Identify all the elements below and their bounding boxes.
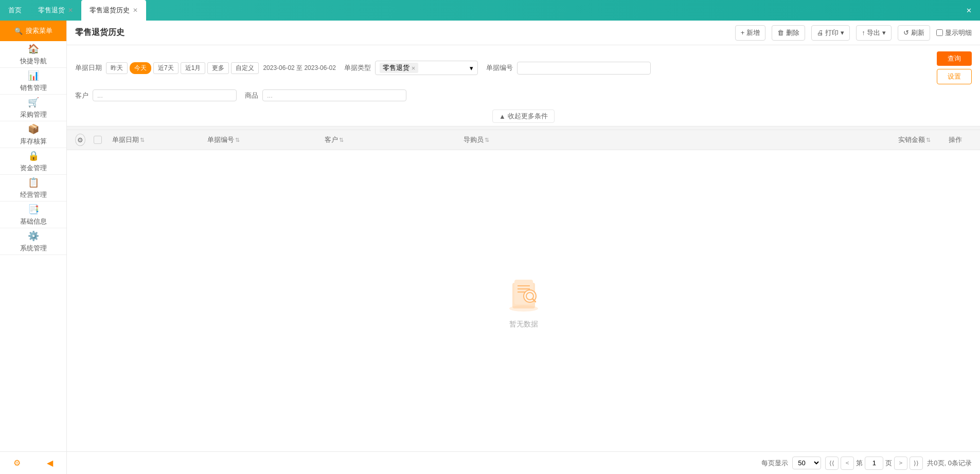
date-btn-yesterday[interactable]: 昨天	[106, 62, 128, 74]
filter-row-1: 单据日期 昨天 今天 近7天 近1月 更多 自定义 2023-06-02 至 2…	[75, 51, 972, 84]
sidebar: 🔍 搜索菜单 🏠 快捷导航 📊 销售管理 🛒 采购管理 📦 库存核算 🔒	[0, 21, 67, 474]
chevron-down-icon: ▾	[841, 29, 844, 37]
sidebar-item-quick-nav[interactable]: 🏠 快捷导航	[0, 41, 66, 68]
th-date[interactable]: 单据日期 ⇅	[108, 135, 203, 144]
sidebar-item-inventory[interactable]: 📦 库存核算	[0, 121, 66, 148]
th-no[interactable]: 单据编号 ⇅	[203, 135, 320, 144]
print-button[interactable]: 🖨 打印 ▾	[811, 25, 850, 41]
tab-retail-return-history[interactable]: 零售退货历史 ✕	[81, 0, 146, 21]
doc-type-label: 单据类型	[344, 63, 371, 72]
sidebar-item-system[interactable]: ⚙️ 系统管理	[0, 228, 66, 255]
date-buttons: 昨天 今天 近7天 近1月 更多 自定义	[106, 62, 259, 74]
new-button[interactable]: + 新增	[735, 25, 765, 41]
th-customer[interactable]: 客户 ⇅	[320, 135, 459, 144]
system-icon: ⚙️	[28, 230, 39, 242]
filter-field-customer: 客户 ...	[75, 89, 237, 101]
sidebar-item-label: 销售管理	[20, 83, 47, 93]
filter-field-goods: 商品 ...	[245, 89, 406, 101]
home-icon: 🏠	[28, 43, 39, 54]
sidebar-search[interactable]: 🔍 搜索菜单	[0, 21, 66, 41]
chevron-down-icon: ▾	[470, 64, 473, 72]
settings-button[interactable]: 设置	[937, 69, 972, 84]
date-btn-today[interactable]: 今天	[130, 62, 151, 74]
th-guide[interactable]: 导购员 ⇅	[459, 135, 555, 144]
sidebar-item-label: 资金管理	[20, 163, 47, 173]
select-all-checkbox[interactable]	[94, 136, 102, 144]
page-size-select[interactable]: 10 20 50 100	[792, 457, 821, 469]
sidebar-item-operations[interactable]: 📋 经营管理	[0, 175, 66, 202]
sidebar-item-finance[interactable]: 🔒 资金管理	[0, 148, 66, 175]
th-check	[90, 136, 108, 144]
collapse-row: ▲ 收起更多条件	[75, 106, 972, 126]
query-settings-buttons: 查询 设置	[937, 51, 972, 84]
tab-retail-return[interactable]: 零售退货 ✕	[30, 0, 81, 21]
sales-icon: 📊	[28, 70, 39, 81]
date-btn-7days[interactable]: 近7天	[153, 62, 179, 74]
refresh-button[interactable]: ↺ 刷新	[898, 25, 930, 41]
date-btn-custom[interactable]: 自定义	[231, 62, 259, 74]
th-amount[interactable]: 实销金额 ⇅	[854, 135, 935, 144]
purchase-icon: 🛒	[28, 97, 39, 108]
last-page-btn[interactable]: ⟩⟩	[910, 457, 923, 470]
filter-field-doc-type: 单据类型 零售退货 × ▾	[344, 61, 478, 75]
doc-no-input[interactable]	[517, 62, 651, 75]
sidebar-collapse-btn[interactable]: ◀	[47, 458, 53, 468]
export-button[interactable]: ↑ 导出 ▾	[856, 25, 892, 41]
first-page-btn[interactable]: ⟨⟨	[825, 457, 839, 470]
table-area: ⚙ 单据日期 ⇅ 单据编号 ⇅ 客户 ⇅ 导购员	[67, 130, 980, 451]
customer-select[interactable]: ...	[93, 89, 237, 101]
goods-label: 商品	[245, 91, 258, 100]
empty-text: 暂无数据	[509, 320, 538, 329]
page-header: 零售退货历史 + 新增 🗑 删除 🖨 打印 ▾ ↑ 导出 ▾ ↺ 刷新 显示明细	[67, 21, 980, 45]
main-layout: 🔍 搜索菜单 🏠 快捷导航 📊 销售管理 🛒 采购管理 📦 库存核算 🔒	[0, 21, 980, 474]
tab-home[interactable]: 首页	[0, 0, 30, 21]
empty-area: 暂无数据	[67, 150, 980, 451]
sidebar-nav: 🏠 快捷导航 📊 销售管理 🛒 采购管理 📦 库存核算 🔒 资金管理 📋	[0, 41, 66, 451]
tab-retail-return-history-close[interactable]: ✕	[133, 7, 138, 14]
per-page-label: 每页显示	[761, 459, 788, 468]
empty-illustration	[503, 272, 544, 314]
customer-label: 客户	[75, 91, 88, 100]
page-di-label: 第	[856, 459, 863, 468]
sort-amount-icon[interactable]: ⇅	[926, 137, 931, 143]
sidebar-item-label: 基础信息	[20, 217, 47, 226]
date-btn-more[interactable]: 更多	[207, 62, 229, 74]
sort-customer-icon[interactable]: ⇅	[339, 137, 344, 143]
sidebar-item-basic-info[interactable]: 📑 基础信息	[0, 202, 66, 228]
goods-ellipsis: ...	[267, 92, 273, 99]
query-button[interactable]: 查询	[937, 51, 972, 66]
page-input[interactable]: 1	[865, 457, 883, 470]
collapse-button[interactable]: ▲ 收起更多条件	[492, 110, 555, 123]
content-area: 零售退货历史 + 新增 🗑 删除 🖨 打印 ▾ ↑ 导出 ▾ ↺ 刷新 显示明细	[67, 21, 980, 474]
page-title: 零售退货历史	[75, 27, 735, 38]
sort-no-icon[interactable]: ⇅	[235, 137, 240, 143]
doc-type-select[interactable]: 零售退货 × ▾	[375, 61, 478, 75]
table-header: ⚙ 单据日期 ⇅ 单据编号 ⇅ 客户 ⇅ 导购员	[67, 130, 980, 150]
prev-page-btn[interactable]: ＜	[841, 457, 854, 470]
operations-icon: 📋	[28, 177, 39, 188]
doc-no-label: 单据编号	[486, 63, 513, 72]
sort-date-icon[interactable]: ⇅	[140, 137, 145, 143]
filter-field-doc-no: 单据编号	[486, 62, 651, 75]
top-bar: 首页 零售退货 ✕ 零售退货历史 ✕ ✕	[0, 0, 980, 21]
delete-button[interactable]: 🗑 删除	[772, 25, 805, 41]
page-total: 共0页, 0条记录	[927, 459, 972, 468]
gear-settings-btn[interactable]: ⚙	[75, 134, 85, 146]
date-label: 单据日期	[75, 63, 102, 72]
tab-retail-return-close[interactable]: ✕	[68, 7, 73, 14]
sidebar-search-label: 搜索菜单	[26, 26, 52, 35]
search-icon: 🔍	[14, 27, 23, 35]
display-detail-check[interactable]: 显示明细	[936, 28, 972, 38]
next-page-btn[interactable]: ＞	[894, 457, 907, 470]
sidebar-item-sales[interactable]: 📊 销售管理	[0, 68, 66, 95]
window-close[interactable]: ✕	[966, 7, 980, 14]
sidebar-item-purchase[interactable]: 🛒 采购管理	[0, 95, 66, 121]
display-detail-checkbox[interactable]	[936, 29, 943, 36]
date-btn-1month[interactable]: 近1月	[181, 62, 206, 74]
sidebar-settings-btn[interactable]: ⚙	[13, 458, 21, 468]
goods-select[interactable]: ...	[262, 89, 406, 101]
sort-guide-icon[interactable]: ⇅	[485, 137, 489, 143]
page-nav: ⟨⟨ ＜ 第 1 页 ＞ ⟩⟩	[825, 457, 923, 470]
doc-type-tag-remove[interactable]: ×	[412, 64, 416, 72]
sidebar-item-label: 系统管理	[20, 244, 47, 253]
